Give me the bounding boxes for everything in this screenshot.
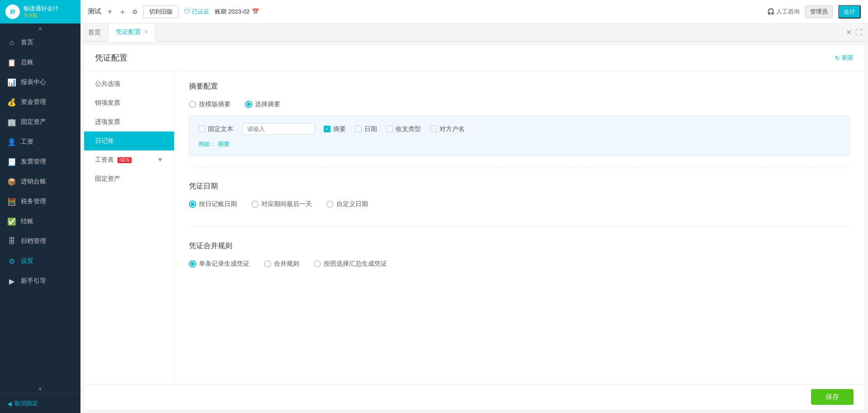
guide-icon: ▶ [7, 277, 16, 286]
date-checkbox-box [355, 126, 362, 132]
summary-section: 摘要配置 按模版摘要 选择摘要 [189, 82, 850, 167]
period-last-radio[interactable]: 对应期间最后一天 [251, 200, 312, 208]
headset-icon: 🎧 [767, 8, 774, 15]
switch-version-button[interactable]: 切到旧版 [143, 5, 179, 18]
page-container: 凭证配置 ↻ 刷新 公共选项销项发票进项发票日记账工资表 NEW ▼固定资产 摘… [84, 45, 864, 409]
summary-select-radio-circle [245, 101, 252, 108]
fullscreen-icon[interactable]: ⛶ [855, 28, 863, 37]
settings-icon[interactable]: ⚙ [132, 8, 138, 15]
sidebar-item-tax[interactable]: 🧮 税务管理 [0, 192, 80, 211]
tab-voucher-config[interactable]: 凭证配置 × [108, 23, 156, 42]
main-area: 测试 ▼ ＋ ⚙ 切到旧版 🛡 已认证 账期 2023-02 📅 🎧 人工咨询 … [80, 0, 868, 413]
tab-bar: 首页 凭证配置 × ✕ ⛶ [80, 23, 868, 42]
consult-button[interactable]: 🎧 人工咨询 [767, 8, 800, 16]
save-button[interactable]: 保存 [811, 389, 854, 405]
fixed-text-input[interactable] [242, 123, 315, 135]
date-checkbox[interactable]: 日期 [355, 125, 377, 133]
date-section: 凭证日期 按日记账日期 对应期间最后一天 [189, 182, 850, 227]
sidebar-item-label: 首页 [21, 38, 33, 47]
refresh-button[interactable]: ↻ 刷新 [835, 54, 854, 62]
summary-checkbox[interactable]: ✓ 摘要 [324, 125, 346, 133]
summary-box-row: 固定文本 ✓ 摘要 日期 [198, 123, 840, 135]
sidebar-item-label: 归档管理 [21, 237, 46, 245]
left-nav-item-purchase[interactable]: 进项发票 [84, 113, 174, 131]
logo-text: 畅捷通好会计 专业版 [24, 5, 59, 19]
selected-summary-radio[interactable]: 按照选择汇总生成凭证 [314, 260, 387, 268]
page-title: 凭证配置 [95, 52, 127, 63]
sidebar-item-fixed_assets[interactable]: 🏢 固定资产 [0, 112, 80, 132]
sidebar: 好 畅捷通好会计 专业版 ▲ ⌂ 首页 📋 总账 📊 报表中心 💰 资金管理 🏢… [0, 0, 80, 413]
home-icon: ⌂ [7, 38, 16, 47]
left-nav-item-journal[interactable]: 日记账 [84, 131, 174, 150]
sidebar-item-label: 固定资产 [21, 118, 46, 126]
sidebar-scroll-down[interactable]: ▼ [0, 385, 80, 394]
shield-icon: 🛡 [184, 8, 190, 15]
sidebar-item-home[interactable]: ⌂ 首页 [0, 33, 80, 52]
verified-badge: 🛡 已认证 [184, 8, 209, 16]
payment-type-checkbox[interactable]: 收支类型 [386, 125, 421, 133]
company-name: 测试 [88, 7, 101, 16]
counterpart-checkbox-box [430, 126, 437, 132]
summary-config-box: 固定文本 ✓ 摘要 日期 [189, 116, 850, 156]
sidebar-item-settlement[interactable]: ✅ 结账 [0, 211, 80, 231]
period-last-radio-circle [251, 201, 259, 208]
sidebar-item-payroll[interactable]: 👤 工资 [0, 132, 80, 152]
sidebar-item-settings[interactable]: ⚙ 设置 [0, 251, 80, 271]
custom-date-radio[interactable]: 自定义日期 [326, 200, 368, 208]
tab-close-icon[interactable]: × [145, 29, 148, 35]
sidebar-nav: ⌂ 首页 📋 总账 📊 报表中心 💰 资金管理 🏢 固定资产 👤 工资 🧾 发票… [0, 33, 80, 385]
sidebar-item-archive[interactable]: 🗄 归档管理 [0, 231, 80, 251]
sidebar-item-funds[interactable]: 💰 资金管理 [0, 92, 80, 112]
sidebar-item-label: 总账 [21, 58, 33, 66]
single-record-radio[interactable]: 单条记录生成凭证 [189, 260, 250, 268]
right-content: 摘要配置 按模版摘要 选择摘要 [175, 71, 864, 384]
selected-summary-radio-circle [314, 260, 321, 268]
sidebar-item-ledger[interactable]: 📋 总账 [0, 52, 80, 72]
summary-template-radio-circle [189, 101, 196, 108]
date-radio-group: 按日记账日期 对应期间最后一天 自定义日期 [189, 200, 850, 208]
left-nav-item-fixed[interactable]: 固定资产 [84, 169, 174, 188]
settings-icon: ⚙ [7, 257, 16, 266]
reports-icon: 📊 [7, 78, 16, 87]
sidebar-item-reports[interactable]: 📊 报表中心 [0, 72, 80, 92]
summary-section-title: 摘要配置 [189, 82, 850, 91]
merge-rule-radio[interactable]: 合并规则 [264, 260, 299, 268]
counterpart-checkbox[interactable]: 对方户名 [430, 125, 465, 133]
left-nav-item-sales[interactable]: 销项发票 [84, 94, 174, 113]
fixed_assets-icon: 🏢 [7, 117, 16, 127]
refresh-icon: ↻ [835, 55, 840, 61]
fixed-text-checkbox-box [198, 126, 205, 132]
add-company-icon[interactable]: ＋ [118, 6, 127, 17]
sidebar-item-purchase_sales[interactable]: 📦 进销台账 [0, 172, 80, 192]
sidebar-item-guide[interactable]: ▶ 新手引导 [0, 271, 80, 291]
content-area: 凭证配置 ↻ 刷新 公共选项销项发票进项发票日记账工资表 NEW ▼固定资产 摘… [80, 42, 868, 413]
journal-date-radio[interactable]: 按日记账日期 [189, 200, 237, 208]
tax-icon: 🧮 [7, 197, 16, 206]
summary-template-radio[interactable]: 按模版摘要 [189, 100, 231, 108]
sidebar-item-label: 工资 [21, 138, 33, 146]
merge-rule-radio-circle [264, 260, 271, 268]
sidebar-item-label: 设置 [21, 257, 33, 265]
user-button[interactable]: 管理员 [805, 5, 833, 18]
page-header: 凭证配置 ↻ 刷新 [84, 45, 864, 71]
calendar-icon[interactable]: 📅 [252, 8, 259, 15]
sidebar-pin-toggle[interactable]: ◀ 取消固定 [0, 394, 80, 413]
close-window-icon[interactable]: ✕ [846, 28, 852, 37]
role-button[interactable]: 会计 [838, 5, 861, 19]
bottom-bar: 保存 [84, 384, 864, 409]
tab-home[interactable]: 首页 [80, 23, 108, 42]
fixed-text-checkbox[interactable]: 固定文本 [198, 125, 233, 133]
sidebar-scroll-up[interactable]: ▲ [0, 23, 80, 33]
sidebar-item-label: 资金管理 [21, 98, 46, 106]
summary-radio-group: 按模版摘要 选择摘要 [189, 100, 850, 108]
sidebar-item-invoice_mgmt[interactable]: 🧾 发票管理 [0, 152, 80, 172]
company-dropdown-icon[interactable]: ▼ [107, 8, 113, 15]
period-display: 账期 2023-02 📅 [215, 8, 259, 16]
pin-label: 取消固定 [14, 399, 38, 408]
left-nav-item-payroll[interactable]: 工资表 NEW ▼ [84, 150, 174, 169]
sidebar-logo: 好 畅捷通好会计 专业版 [0, 0, 80, 23]
merge-section-title: 凭证合并规则 [189, 241, 850, 251]
sidebar-item-label: 进销台账 [21, 178, 46, 186]
left-nav-item-public[interactable]: 公共选项 [84, 75, 174, 94]
summary-select-radio[interactable]: 选择摘要 [245, 100, 280, 108]
